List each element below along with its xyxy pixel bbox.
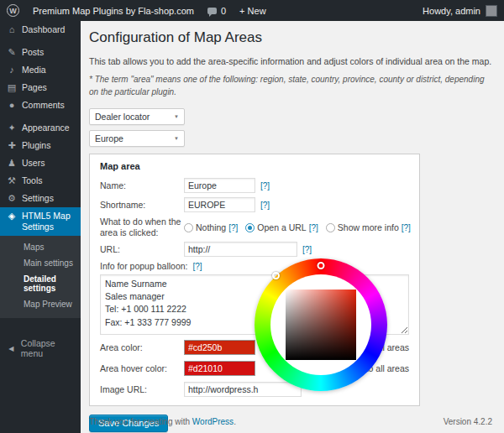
show-more-info-help-link[interactable]: [?] [402, 223, 411, 232]
collapse-menu-label: Collapse menu [21, 338, 74, 358]
comments-icon: ● [7, 100, 17, 111]
hue-cursor-icon[interactable] [318, 262, 325, 269]
admin-bar-account[interactable]: Howdy, admin [416, 5, 504, 17]
sidebar-item-dashboard[interactable]: ⌂ Dashboard [0, 21, 81, 39]
submenu-item-map-preview[interactable]: Map Preview [0, 296, 81, 312]
radio-label: Nothing [196, 222, 226, 232]
page-note: * The term "area" means one of the follo… [89, 73, 486, 98]
admin-sidebar: ⌂ Dashboard ✎ Posts ♪ Media ▤ Pages ● Co… [0, 21, 81, 433]
submenu-item-detailed-settings[interactable]: Detailed settings [0, 271, 81, 296]
panel-title: Map area [100, 161, 409, 171]
sidebar-item-label: Plugins [22, 140, 50, 151]
footer-period: . [234, 417, 236, 426]
sidebar-item-label: Media [22, 65, 46, 76]
sidebar-item-pages[interactable]: ▤ Pages [0, 79, 81, 97]
submenu-item-main-settings[interactable]: Main settings [0, 255, 81, 271]
balloon-label: Info for popup balloon: [100, 261, 188, 272]
sidebar-item-users[interactable]: ♟ Users [0, 154, 81, 172]
area-color-input[interactable] [184, 340, 255, 355]
image-url-label: Image URL: [100, 384, 184, 395]
shortname-input[interactable] [184, 197, 255, 212]
avatar [486, 5, 497, 17]
footer-version: Version 4.2.2 [444, 417, 492, 426]
sidebar-item-label: Users [22, 158, 45, 169]
plugins-icon: ✚ [7, 140, 17, 151]
comments-bubble-icon [207, 8, 217, 14]
submenu-item-maps[interactable]: Maps [0, 239, 81, 255]
sidebar-item-label: Tools [22, 175, 43, 186]
wp-logo-menu[interactable]: W [0, 0, 26, 21]
sidebar-item-html5-map-settings[interactable]: ◈ HTML5 Map Settings [0, 207, 81, 236]
name-input[interactable] [184, 178, 255, 193]
admin-bar-new-button[interactable]: + New [233, 0, 273, 21]
click-action-radio-group: Nothing [?] Open a URL [?] Show more inf… [184, 222, 411, 232]
footer-thanks: Thank you for creating with WordPress. [89, 417, 236, 426]
sidebar-item-settings[interactable]: ⚙ Settings [0, 190, 81, 207]
click-action-row: What to do when the area is clicked: Not… [100, 216, 409, 238]
sidebar-item-comments[interactable]: ● Comments [0, 97, 81, 114]
sidebar-item-label: Appearance [22, 123, 70, 133]
radio-unchecked-icon[interactable] [326, 223, 335, 232]
collapse-arrow-icon: ◀ [7, 345, 16, 352]
sidebar-item-label: Posts [22, 47, 44, 58]
chevron-down-icon: ▼ [174, 136, 179, 141]
admin-bar-comments[interactable]: 0 [201, 0, 233, 21]
name-label: Name: [100, 180, 184, 191]
settings-icon: ⚙ [7, 193, 17, 204]
area-select-value: Europe [95, 133, 123, 143]
page-title: Configuration of Map Areas [89, 29, 496, 46]
comments-count: 0 [221, 6, 226, 16]
sidebar-item-plugins[interactable]: ✚ Plugins [0, 137, 81, 154]
url-input[interactable] [184, 242, 297, 257]
wordpress-logo-icon: W [7, 4, 19, 17]
radio-option-nothing[interactable]: Nothing [?] [184, 222, 238, 232]
sidebar-item-label: Settings [22, 193, 54, 204]
map-select[interactable]: Dealer locator ▼ [89, 108, 185, 125]
wordpress-admin-screen: W Premium Map Plugins by Fla-shop.com 0 … [0, 0, 504, 433]
page-description: This tab allows you to add the area-spec… [89, 56, 496, 66]
sidebar-item-label: HTML5 Map Settings [22, 211, 76, 232]
radio-unchecked-icon[interactable] [184, 223, 193, 232]
radio-label: Open a URL [257, 222, 306, 232]
area-select[interactable]: Europe ▼ [89, 130, 185, 147]
admin-bar: W Premium Map Plugins by Fla-shop.com 0 … [0, 0, 504, 21]
url-help-link[interactable]: [?] [302, 245, 312, 254]
map-select-value: Dealer locator [95, 112, 150, 122]
sidebar-item-tools[interactable]: ⚒ Tools [0, 172, 81, 190]
footer-thanks-text: Thank you for creating with [89, 417, 190, 426]
collapse-menu-button[interactable]: ◀ Collapse menu [0, 333, 81, 363]
saturation-cursor-icon[interactable] [272, 272, 280, 279]
tools-icon: ⚒ [7, 175, 17, 186]
appearance-icon: ✦ [7, 123, 17, 133]
shortname-row: Shortname: [?] [100, 197, 409, 212]
sidebar-item-posts[interactable]: ✎ Posts [0, 44, 81, 61]
sidebar-item-label: Pages [22, 82, 47, 93]
map-settings-icon: ◈ [7, 211, 17, 222]
wordpress-link[interactable]: WordPress [192, 417, 234, 426]
map-settings-submenu: Maps Main settings Detailed settings Map… [0, 236, 81, 318]
media-icon: ♪ [7, 65, 17, 76]
balloon-help-link[interactable]: [?] [193, 262, 202, 271]
radio-option-show-more-info[interactable]: Show more info [?] [326, 222, 411, 232]
hover-color-input[interactable] [184, 361, 255, 376]
area-color-label: Area color: [100, 342, 184, 353]
sidebar-item-appearance[interactable]: ✦ Appearance [0, 119, 81, 137]
click-action-label: What to do when the area is clicked: [100, 216, 184, 238]
name-row: Name: [?] [100, 178, 409, 193]
radio-checked-icon[interactable] [245, 223, 255, 232]
shortname-label: Shortname: [100, 200, 184, 211]
shortname-help-link[interactable]: [?] [260, 201, 270, 210]
nothing-help-link[interactable]: [?] [228, 223, 238, 232]
dashboard-icon: ⌂ [7, 24, 17, 35]
posts-icon: ✎ [7, 47, 17, 58]
saturation-value-square[interactable] [286, 290, 356, 360]
sidebar-item-label: Dashboard [22, 24, 65, 35]
open-url-help-link[interactable]: [?] [309, 223, 318, 232]
sidebar-item-media[interactable]: ♪ Media [0, 61, 81, 79]
admin-bar-site-name[interactable]: Premium Map Plugins by Fla-shop.com [26, 0, 201, 21]
pages-icon: ▤ [7, 82, 17, 93]
url-row: URL: [?] [100, 242, 409, 257]
radio-option-open-url[interactable]: Open a URL [?] [245, 222, 318, 232]
name-help-link[interactable]: [?] [260, 181, 270, 190]
sidebar-item-label: Comments [22, 100, 65, 111]
